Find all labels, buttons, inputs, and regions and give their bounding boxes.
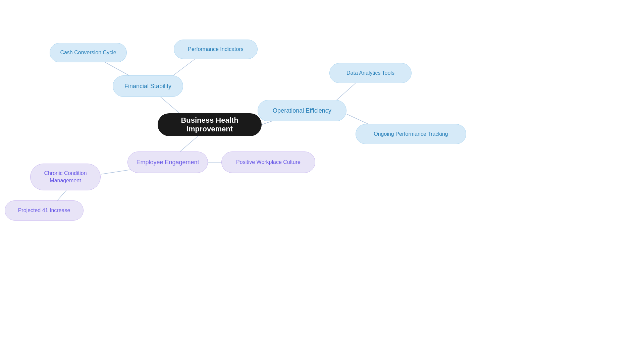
center-node[interactable]: Business Health Improvement — [158, 113, 262, 136]
employee-engagement-node[interactable]: Employee Engagement — [127, 152, 208, 173]
financial-stability-node[interactable]: Financial Stability — [113, 75, 183, 97]
projected-increase-node[interactable]: Projected 41 Increase — [5, 200, 84, 221]
chronic-condition-node[interactable]: Chronic Condition Management — [30, 164, 101, 190]
ongoing-performance-node[interactable]: Ongoing Performance Tracking — [356, 124, 466, 144]
positive-workplace-node[interactable]: Positive Workplace Culture — [221, 152, 315, 173]
performance-indicators-node[interactable]: Performance Indicators — [174, 40, 258, 59]
data-analytics-node[interactable]: Data Analytics Tools — [329, 63, 412, 83]
operational-efficiency-node[interactable]: Operational Efficiency — [258, 100, 346, 121]
cash-conversion-node[interactable]: Cash Conversion Cycle — [50, 43, 127, 62]
